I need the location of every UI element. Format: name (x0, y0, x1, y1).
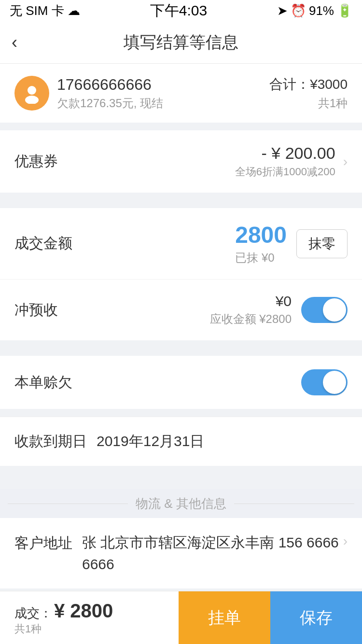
due-date-value: 2019年12月31日 (97, 432, 204, 451)
customer-info: 17666666666 欠款1276.35元, 现结 (57, 76, 163, 111)
content-area: 17666666666 欠款1276.35元, 现结 合计：¥3000 共1种 … (0, 64, 362, 644)
avatar (14, 76, 49, 111)
location-icon: ➤ (277, 3, 288, 18)
battery-icon: 🔋 (337, 3, 352, 18)
coupon-amount: - ¥ 200.00 (235, 144, 335, 163)
save-button[interactable]: 保存 (270, 591, 362, 644)
bottom-total-amount: ¥ 2800 (54, 600, 113, 622)
address-chevron-icon: › (343, 533, 348, 549)
prepaid-label: 冲预收 (14, 300, 58, 320)
customer-phone: 17666666666 (57, 76, 163, 94)
status-time: 下午4:03 (150, 1, 207, 21)
section-line-right (234, 504, 354, 504)
bottom-total-count: 共1种 (14, 622, 164, 636)
prepaid-row: 冲预收 ¥0 应收金额 ¥2800 (0, 279, 362, 340)
status-bar: 无 SIM 卡 ☁ 下午4:03 ➤ ⏰ 91% 🔋 (0, 0, 362, 21)
deal-amount-label: 成交金额 (14, 234, 72, 253)
chevron-right-icon: › (343, 154, 348, 169)
svg-point-1 (25, 96, 39, 104)
bottom-bar: 成交： ¥ 2800 共1种 挂单 保存 (0, 591, 362, 644)
address-row[interactable]: 客户地址 张 北京市市辖区海淀区永丰南 156 6666 6666 › (0, 518, 362, 588)
round-button[interactable]: 抹零 (296, 229, 348, 258)
total-label: 合计：¥3000 (269, 75, 348, 94)
section-divider: 物流 & 其他信息 (0, 489, 362, 518)
coupon-value: - ¥ 200.00 全场6折满1000减200 (235, 144, 335, 179)
sim-label: 无 SIM 卡 ☁ (10, 2, 80, 19)
customer-right: 合计：¥3000 共1种 (269, 75, 348, 111)
customer-row: 17666666666 欠款1276.35元, 现结 合计：¥3000 共1种 (0, 64, 362, 123)
divider-1 (0, 200, 362, 208)
deal-amount-wrap: 2800 已抹 ¥0 (235, 222, 287, 266)
divider-2 (0, 348, 362, 356)
pending-button[interactable]: 挂单 (179, 591, 270, 644)
credit-toggle[interactable] (301, 369, 348, 395)
deal-amount-value: 2800 (235, 222, 287, 248)
back-button[interactable]: ‹ (12, 32, 17, 53)
coupon-desc: 全场6折满1000减200 (235, 165, 335, 179)
svg-point-0 (28, 86, 36, 95)
address-label: 客户地址 (14, 532, 72, 553)
coupon-label: 优惠券 (14, 152, 58, 171)
prepaid-sub: 应收金额 ¥2800 (210, 311, 292, 327)
prepaid-toggle-knob (323, 298, 346, 322)
credit-row: 本单赊欠 (0, 356, 362, 409)
bottom-actions: 挂单 保存 (179, 591, 362, 644)
section-divider-text: 物流 & 其他信息 (136, 495, 226, 512)
bottom-total-label: 成交： (14, 605, 52, 622)
page-title: 填写结算等信息 (124, 31, 238, 54)
due-date-row: 收款到期日 2019年12月31日 (0, 417, 362, 466)
status-left: 无 SIM 卡 ☁ (10, 2, 80, 19)
battery-label: 91% (309, 3, 334, 18)
customer-debt: 欠款1276.35元, 现结 (57, 96, 163, 111)
section-line-left (8, 504, 128, 504)
prepaid-value-wrap: ¥0 应收金额 ¥2800 (210, 293, 292, 327)
prepaid-value: ¥0 (210, 293, 292, 309)
deal-amount-row: 成交金额 2800 已抹 ¥0 抹零 (0, 208, 362, 279)
credit-label: 本单赊欠 (14, 373, 72, 392)
due-date-label: 收款到期日 (14, 432, 87, 451)
prepaid-right: ¥0 应收金额 ¥2800 (210, 293, 348, 327)
address-chevron: › (343, 532, 348, 549)
coupon-row[interactable]: 优惠券 - ¥ 200.00 全场6折满1000减200 › (0, 130, 362, 193)
bottom-total: 成交： ¥ 2800 共1种 (0, 599, 179, 636)
address-value: 张 北京市市辖区海淀区永丰南 156 6666 6666 (82, 532, 343, 575)
coupon-right: - ¥ 200.00 全场6折满1000减200 › (235, 144, 348, 179)
alarm-icon: ⏰ (291, 3, 306, 18)
nav-bar: ‹ 填写结算等信息 (0, 21, 362, 64)
status-right: ➤ ⏰ 91% 🔋 (277, 3, 352, 18)
total-count: 共1种 (269, 96, 348, 111)
credit-toggle-knob (323, 371, 346, 394)
deal-amount-right: 2800 已抹 ¥0 抹零 (235, 222, 348, 266)
customer-left: 17666666666 欠款1276.35元, 现结 (14, 76, 163, 111)
prepaid-toggle[interactable] (301, 297, 348, 323)
deal-amount-sub: 已抹 ¥0 (235, 250, 287, 266)
divider-3 (0, 474, 362, 481)
